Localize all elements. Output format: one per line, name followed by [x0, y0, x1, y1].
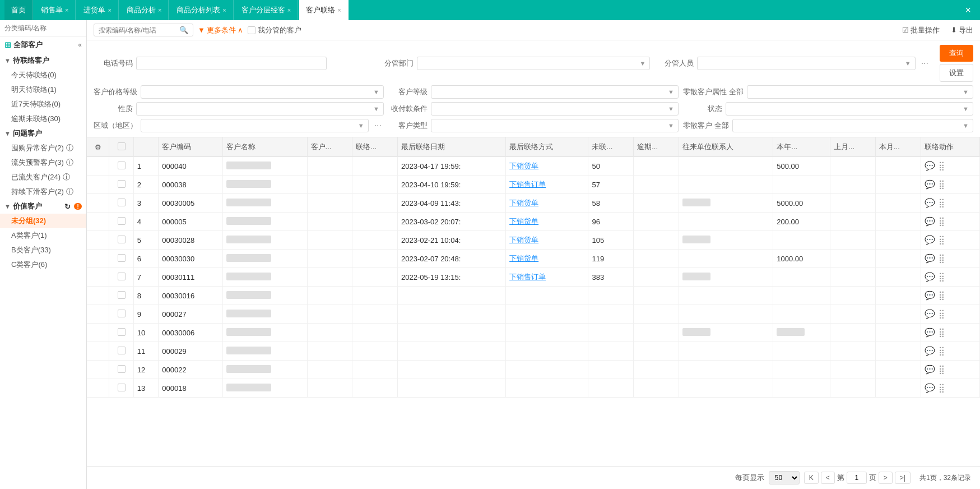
- page-input[interactable]: [847, 472, 867, 484]
- filter-retail-attr-select[interactable]: [747, 85, 973, 99]
- more-icon[interactable]: ⣿: [939, 365, 945, 375]
- my-customers-checkbox[interactable]: 我分管的客户: [248, 25, 301, 35]
- row-last-way[interactable]: [506, 287, 588, 305]
- row-check[interactable]: [118, 162, 126, 169]
- contact-way-link[interactable]: 下销货单: [509, 162, 538, 170]
- chat-icon[interactable]: 💬: [925, 327, 935, 338]
- col-contact[interactable]: 联络...: [352, 137, 398, 157]
- row-checkbox[interactable]: [109, 157, 134, 176]
- region-dots[interactable]: ···: [372, 121, 384, 131]
- sidebar-group-problem[interactable]: ▼ 问题客户: [0, 126, 86, 141]
- row-action[interactable]: 💬 ⣿: [921, 176, 979, 194]
- row-check[interactable]: [118, 273, 126, 280]
- chat-icon[interactable]: 💬: [925, 198, 935, 208]
- my-customers-check[interactable]: [248, 26, 256, 34]
- sidebar-group-pending[interactable]: ▼ 待联络客户: [0, 53, 86, 68]
- row-check[interactable]: [118, 199, 126, 206]
- row-action[interactable]: 💬 ⣿: [921, 231, 979, 250]
- col-contact-person[interactable]: 往来单位联系人: [679, 137, 773, 157]
- contact-way-link[interactable]: 下销售订单: [509, 273, 546, 281]
- row-checkbox[interactable]: [109, 379, 134, 398]
- row-check[interactable]: [118, 254, 126, 262]
- row-action[interactable]: 💬 ⣿: [921, 379, 979, 398]
- more-icon[interactable]: ⣿: [939, 198, 945, 208]
- chat-icon[interactable]: 💬: [925, 346, 935, 356]
- row-last-way[interactable]: [506, 342, 588, 361]
- select-all-checkbox[interactable]: [118, 142, 126, 150]
- filter-nature-select[interactable]: [136, 102, 384, 116]
- col-settings[interactable]: ⚙: [87, 137, 109, 157]
- row-check[interactable]: [118, 217, 126, 225]
- more-icon[interactable]: ⣿: [939, 327, 945, 338]
- tab-customer-layer[interactable]: 客户分层经客 ×: [235, 0, 298, 20]
- sidebar-item-today[interactable]: 今天待联络(0): [0, 68, 86, 82]
- filter-search-input[interactable]: [99, 26, 177, 34]
- filter-retail-select[interactable]: [732, 119, 973, 132]
- filter-search-icon[interactable]: 🔍: [179, 26, 188, 34]
- prev-page-btn[interactable]: <: [821, 472, 835, 484]
- row-last-way[interactable]: 下销货单: [506, 157, 588, 176]
- row-checkbox[interactable]: [109, 305, 134, 324]
- row-last-way[interactable]: [506, 361, 588, 379]
- chat-icon[interactable]: 💬: [925, 309, 935, 319]
- chat-icon[interactable]: 💬: [925, 383, 935, 393]
- refresh-icon[interactable]: ↻: [64, 202, 71, 211]
- sidebar-item-hoarding[interactable]: 囤购异常客户(2) ⓘ: [0, 141, 86, 155]
- contact-way-link[interactable]: 下销货单: [509, 199, 538, 207]
- row-action[interactable]: 💬 ⣿: [921, 305, 979, 324]
- window-close-button[interactable]: ×: [960, 4, 976, 16]
- row-action[interactable]: 💬 ⣿: [921, 157, 979, 176]
- col-last-date[interactable]: 最后联络日期: [398, 137, 506, 157]
- filter-level-select[interactable]: [431, 85, 679, 99]
- row-checkbox[interactable]: [109, 361, 134, 379]
- sidebar-item-overdue[interactable]: 逾期未联络(30): [0, 112, 86, 126]
- row-checkbox[interactable]: [109, 176, 134, 194]
- contact-way-link[interactable]: 下销货单: [509, 217, 538, 225]
- chat-icon[interactable]: 💬: [925, 272, 935, 282]
- row-action[interactable]: 💬 ⣿: [921, 250, 979, 268]
- row-last-way[interactable]: [506, 324, 588, 342]
- row-check[interactable]: [118, 347, 126, 354]
- row-checkbox[interactable]: [109, 231, 134, 250]
- row-checkbox[interactable]: [109, 213, 134, 231]
- close-tab-analysis[interactable]: ×: [158, 7, 161, 13]
- row-check[interactable]: [118, 180, 126, 188]
- reset-btn[interactable]: 设置: [940, 64, 973, 82]
- tab-analysis[interactable]: 商品分析 ×: [120, 0, 169, 20]
- row-check[interactable]: [118, 365, 126, 373]
- contact-way-link[interactable]: 下销货单: [509, 236, 538, 244]
- chat-icon[interactable]: 💬: [925, 161, 935, 171]
- next-page-btn[interactable]: >: [879, 472, 893, 484]
- col-last-month[interactable]: 上月...: [830, 137, 876, 157]
- row-action[interactable]: 💬 ⣿: [921, 268, 979, 287]
- row-action[interactable]: 💬 ⣿: [921, 213, 979, 231]
- more-icon[interactable]: ⣿: [939, 346, 945, 356]
- filter-region-select[interactable]: [141, 119, 369, 132]
- sidebar-item-lost[interactable]: 已流失客户(24) ⓘ: [0, 170, 86, 184]
- chat-icon[interactable]: 💬: [925, 365, 935, 375]
- contact-way-link[interactable]: 下销售订单: [509, 180, 546, 188]
- filter-price-select[interactable]: [141, 85, 384, 99]
- row-action[interactable]: 💬 ⣿: [921, 194, 979, 213]
- filter-dept-select[interactable]: [417, 57, 651, 70]
- sidebar-item-warning[interactable]: 流失预警客户(3) ⓘ: [0, 155, 86, 170]
- row-checkbox[interactable]: [109, 250, 134, 268]
- filter-ctype-select[interactable]: [431, 119, 679, 132]
- row-last-way[interactable]: 下销售订单: [506, 176, 588, 194]
- more-icon[interactable]: ⣿: [939, 309, 945, 319]
- close-tab-customer-layer[interactable]: ×: [287, 7, 291, 13]
- tab-home[interactable]: 首页: [4, 0, 33, 20]
- col-type[interactable]: 客户...: [307, 137, 352, 157]
- row-check[interactable]: [118, 236, 126, 243]
- filter-manager-select[interactable]: [697, 57, 915, 70]
- row-action[interactable]: 💬 ⣿: [921, 324, 979, 342]
- more-icon[interactable]: ⣿: [939, 253, 945, 264]
- row-check[interactable]: [118, 310, 126, 317]
- row-checkbox[interactable]: [109, 324, 134, 342]
- row-last-way[interactable]: 下销货单: [506, 194, 588, 213]
- contact-way-link[interactable]: 下销货单: [509, 254, 538, 262]
- sidebar-item-7days[interactable]: 近7天待联络(0): [0, 97, 86, 112]
- filter-status-select[interactable]: [726, 102, 973, 116]
- row-action[interactable]: 💬 ⣿: [921, 342, 979, 361]
- more-icon[interactable]: ⣿: [939, 216, 945, 227]
